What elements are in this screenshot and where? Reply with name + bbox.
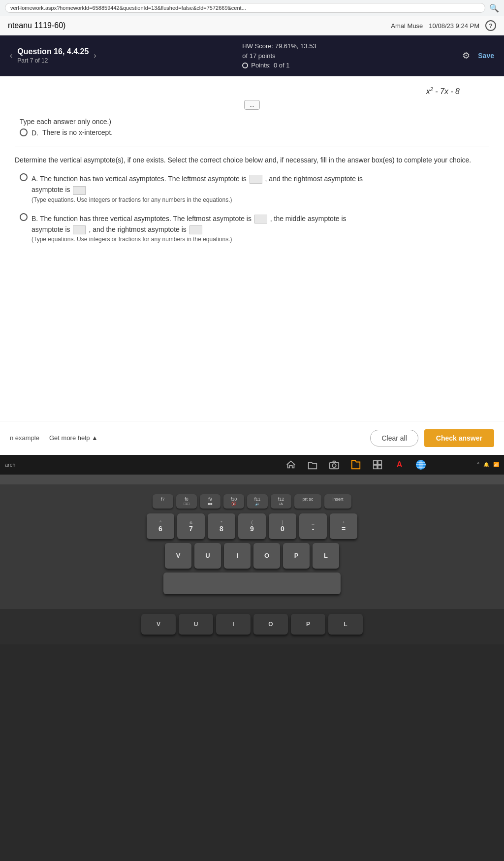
save-button[interactable]: Save — [478, 52, 494, 60]
space-row — [7, 573, 497, 594]
va-instruction: Determine the vertical asymptote(s), if … — [15, 155, 489, 165]
taskbar-icon-home[interactable] — [284, 458, 298, 472]
key-bottom-o[interactable]: O — [253, 614, 288, 635]
clear-all-button[interactable]: Clear all — [370, 430, 418, 446]
example-link[interactable]: n example — [10, 434, 39, 442]
key-7[interactable]: & 7 — [177, 513, 205, 539]
taskbar: arch — [0, 455, 504, 475]
hw-score-value: 79.61%, 13.53 — [275, 42, 316, 50]
forward-arrow[interactable]: › — [94, 51, 96, 60]
key-l[interactable]: L — [313, 543, 339, 569]
key-v[interactable]: V — [165, 543, 191, 569]
dots-container: ... — [15, 100, 489, 110]
radio-a[interactable] — [20, 173, 28, 181]
spacebar[interactable] — [163, 573, 341, 594]
points-value: 0 of 1 — [274, 61, 290, 70]
math-expression: x2 - 7x - 8 — [15, 86, 489, 96]
fn-key-row: f7 f8 □/□ f9 ■■ f10 🔇 f11 🔉 f12 /A prt s… — [7, 494, 497, 509]
taskbar-icon-file-manager[interactable] — [349, 458, 363, 472]
letter-row-bottom: V U I O P L — [7, 543, 497, 569]
taskbar-icon-tiles[interactable] — [371, 458, 384, 472]
bottom-key-row: V U I O P L — [7, 614, 497, 635]
option-b-answer-box-1[interactable] — [254, 215, 267, 223]
check-answer-button[interactable]: Check answer — [424, 429, 494, 447]
fn-key-f7[interactable]: f7 — [153, 494, 173, 509]
acrobat-label: A — [397, 460, 403, 469]
fn-key-insert[interactable]: insert — [324, 494, 351, 509]
bottom-keyboard-area: V U I O P L — [0, 609, 504, 644]
key-8[interactable]: * 8 — [208, 513, 235, 539]
option-b-answer-box-2[interactable] — [73, 225, 86, 234]
key-bottom-u[interactable]: U — [179, 614, 213, 635]
key-bottom-v[interactable]: V — [141, 614, 176, 635]
svg-rect-2 — [374, 460, 377, 464]
key-bottom-p[interactable]: P — [291, 614, 325, 635]
header-bar: nteanu 1119-60) Amal Muse 10/08/23 9:24 … — [0, 16, 504, 35]
option-a-note: (Type equations. Use integers or fractio… — [32, 196, 363, 203]
fn-key-f10[interactable]: f10 🔇 — [223, 494, 244, 509]
student-name: Amal Muse — [391, 22, 423, 30]
key-u[interactable]: U — [194, 543, 221, 569]
help-icon[interactable]: ? — [485, 20, 496, 31]
taskbar-icon-acrobat[interactable]: A — [392, 458, 406, 472]
taskbar-caret-icon: ^ — [477, 462, 479, 467]
question-nav-bar: ‹ Question 16, 4.4.25 Part 7 of 12 › HW … — [0, 35, 504, 76]
taskbar-icon-browser[interactable] — [414, 458, 428, 472]
datetime: 10/08/23 9:24 PM — [429, 22, 479, 30]
svg-rect-3 — [378, 460, 381, 464]
browser-chrome: verHomework.aspx?homeworkId=658859442&qu… — [0, 0, 504, 16]
key-0[interactable]: ) 0 — [269, 513, 296, 539]
svg-rect-4 — [374, 465, 377, 468]
section-divider — [15, 147, 489, 147]
option-a-block: A. The function has two vertical asympto… — [15, 173, 489, 203]
option-b-text-after: , and the rightmost asymptote is — [89, 225, 186, 233]
dots-button[interactable]: ... — [244, 100, 260, 110]
radio-d[interactable] — [20, 128, 28, 136]
fn-key-f9[interactable]: f9 ■■ — [200, 494, 220, 509]
svg-point-1 — [333, 464, 336, 467]
fn-key-prtsc[interactable]: prt sc — [294, 494, 321, 509]
gear-icon[interactable]: ⚙ — [462, 50, 470, 61]
key-bottom-l[interactable]: L — [328, 614, 363, 635]
option-d-row: D. There is no x-intercept. — [15, 128, 489, 137]
instruction-text: Type each answer only once.) — [15, 118, 489, 126]
key-i[interactable]: I — [224, 543, 251, 569]
option-b-text-before: The function has three vertical asymptot… — [40, 215, 252, 223]
search-icon[interactable]: 🔍 — [489, 3, 499, 13]
option-a-label: A. — [32, 175, 38, 183]
fn-key-f11[interactable]: f11 🔉 — [247, 494, 268, 509]
bottom-action-bar: n example Get more help ▲ Clear all Chec… — [0, 421, 504, 455]
taskbar-search-label: arch — [5, 462, 15, 468]
fn-key-f8[interactable]: f8 □/□ — [176, 494, 197, 509]
key-6[interactable]: ^ 6 — [147, 513, 174, 539]
option-a-text-middle: , and the rightmost asymptote is — [265, 175, 363, 183]
fn-key-f12[interactable]: f12 /A — [271, 494, 291, 509]
keyboard-area: f7 f8 □/□ f9 ■■ f10 🔇 f11 🔉 f12 /A prt s… — [0, 484, 504, 609]
back-arrow[interactable]: ‹ — [10, 51, 12, 60]
option-b-answer-box-3[interactable] — [189, 225, 202, 234]
url-bar[interactable]: verHomework.aspx?homeworkId=658859442&qu… — [5, 3, 485, 13]
option-a-text-before: The function has two vertical asymptotes… — [40, 175, 247, 183]
key-o[interactable]: O — [253, 543, 280, 569]
hw-score-suffix: of 17 points — [242, 51, 316, 61]
option-d-label: D. — [32, 129, 38, 137]
hw-score-label: HW Score: — [242, 42, 273, 50]
option-d-text: There is no x-intercept. — [42, 128, 113, 136]
key-equals[interactable]: + = — [330, 513, 357, 539]
points-label: Points: — [251, 61, 271, 70]
points-circle-icon — [242, 63, 248, 68]
key-p[interactable]: P — [283, 543, 310, 569]
taskbar-icon-camera[interactable] — [327, 458, 341, 472]
option-b-text-middle: , the middle asymptote is — [270, 215, 346, 223]
key-minus[interactable]: _ - — [299, 513, 327, 539]
option-a-answer-box-2[interactable] — [73, 186, 86, 195]
key-9[interactable]: ( 9 — [238, 513, 266, 539]
number-key-row: ^ 6 & 7 * 8 ( 9 ) 0 _ - + = — [7, 513, 497, 539]
get-more-help-link[interactable]: Get more help ▲ — [49, 434, 98, 442]
key-bottom-i[interactable]: I — [216, 614, 251, 635]
main-content: x2 - 7x - 8 ... Type each answer only on… — [0, 76, 504, 421]
taskbar-icon-folder[interactable] — [306, 458, 319, 472]
radio-b[interactable] — [20, 213, 28, 221]
question-subtitle: Part 7 of 12 — [17, 57, 89, 64]
option-a-answer-box-1[interactable] — [250, 175, 262, 184]
